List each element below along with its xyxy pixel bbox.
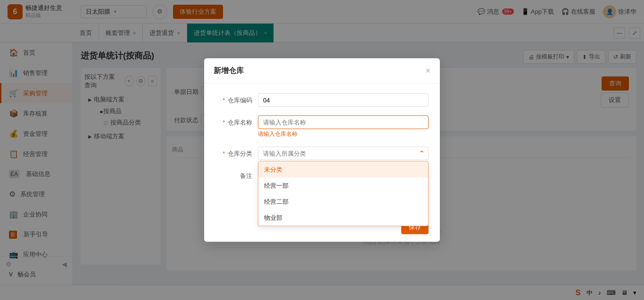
name-field-wrap: 请输入仓库名称 <box>258 116 429 138</box>
code-input[interactable] <box>258 93 429 107</box>
dropdown-item-dept2[interactable]: 经营二部 <box>258 194 428 210</box>
category-chevron-icon[interactable]: ⌃ <box>419 149 425 158</box>
add-warehouse-dialog: 新增仓库 × * 仓库编码 * 仓库名称 请输入仓库名称 <box>204 58 440 242</box>
category-label: * 仓库分类 <box>215 147 258 158</box>
form-row-category: * 仓库分类 ⌃ 未分类 经营一部 经营二部 物业部 <box>215 147 429 160</box>
dropdown-item-dept1[interactable]: 经营一部 <box>258 178 428 194</box>
required-star-category: * <box>223 150 225 157</box>
code-label: * 仓库编码 <box>215 93 258 105</box>
dialog-body: * 仓库编码 * 仓库名称 请输入仓库名称 * 仓库分类 <box>204 84 440 215</box>
form-row-code: * 仓库编码 <box>215 93 429 107</box>
category-dropdown: 未分类 经营一部 经营二部 物业部 <box>258 161 429 226</box>
dialog-close-button[interactable]: × <box>425 66 430 76</box>
dropdown-item-none[interactable]: 未分类 <box>258 162 428 178</box>
form-row-name: * 仓库名称 请输入仓库名称 <box>215 116 429 138</box>
name-input[interactable] <box>258 116 429 129</box>
dropdown-item-dept3[interactable]: 物业部 <box>258 210 428 226</box>
required-star-code: * <box>223 97 225 104</box>
code-field-wrap <box>258 93 429 107</box>
name-error-message: 请输入仓库名称 <box>258 130 429 138</box>
name-label: * 仓库名称 <box>215 116 258 127</box>
dialog-header: 新增仓库 × <box>204 58 440 84</box>
category-field-wrap: ⌃ 未分类 经营一部 经营二部 物业部 <box>258 147 429 160</box>
note-label: 备注 <box>215 169 258 180</box>
category-input[interactable] <box>258 147 429 160</box>
required-star-name: * <box>223 119 225 126</box>
dialog-title: 新增仓库 <box>214 66 244 76</box>
